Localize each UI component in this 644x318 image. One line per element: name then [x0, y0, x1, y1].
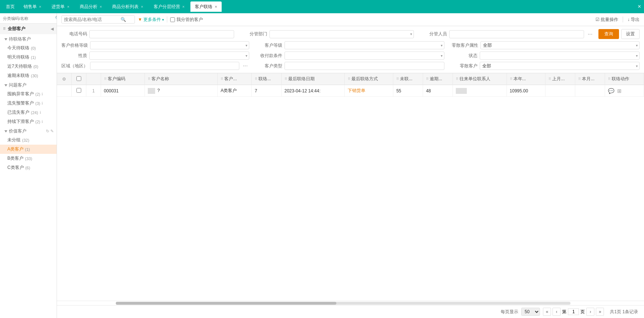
my-customer-checkbox[interactable]	[170, 17, 175, 22]
first-page-btn[interactable]: «	[543, 308, 551, 316]
settings-button[interactable]: 设置	[621, 29, 640, 39]
customer-level-select[interactable]	[285, 41, 444, 49]
nav-tab-sales[interactable]: 销售单 ×	[19, 1, 46, 12]
customer-level-select-wrapper: ▾	[285, 41, 444, 49]
nav-tab-customer-contact[interactable]: 客户联络 ×	[190, 1, 221, 12]
nav-tab-product-analysis[interactable]: 商品分析 ×	[75, 1, 106, 12]
col-no-contact[interactable]: ⠿未联...	[393, 73, 423, 85]
select-all-checkbox[interactable]	[76, 76, 81, 81]
col-action[interactable]: ⠿联络动作	[605, 73, 644, 85]
close-customer-segment-tab[interactable]: ×	[182, 4, 185, 9]
sidebar-item-stockpile-anomaly[interactable]: 囤购异常客户(2) ℹ	[0, 89, 57, 99]
row-this-month	[575, 85, 605, 97]
col-unit-contact[interactable]: ⠿往来单位联系人	[452, 73, 507, 85]
expand-problem-icon	[4, 84, 7, 86]
filter-row-1: 电话号码 分管部门 ▾ 分管人员 ···	[61, 29, 640, 39]
problem-customer-group[interactable]: 问题客户	[0, 80, 57, 89]
hscroll-bar[interactable]	[116, 302, 570, 305]
last-page-btn[interactable]: »	[596, 308, 604, 316]
col-name[interactable]: ⠿客户名称	[144, 73, 218, 85]
more-filter-btn[interactable]: ▼ 更多条件 ▾	[138, 17, 164, 23]
sidebar-item-ungrouped[interactable]: 未分组(32)	[0, 135, 57, 145]
value-customer-group[interactable]: 价值客户 ↻ ✎	[0, 126, 57, 135]
edit-icon[interactable]: ✎	[50, 129, 54, 134]
sidebar-item-churned[interactable]: 已流失客户(24) ℹ	[0, 108, 57, 117]
qr-icon[interactable]: ⊞	[617, 88, 622, 94]
collapse-all-icon[interactable]: ◀	[51, 27, 54, 31]
payment-terms-select[interactable]	[285, 52, 444, 60]
close-product-analysis-tab[interactable]: ×	[100, 4, 102, 9]
per-page-label: 每页显示	[501, 309, 518, 315]
row-checkbox[interactable]	[76, 88, 81, 93]
sparse-customer-select[interactable]: 全部	[480, 62, 640, 70]
sidebar-item-class-b[interactable]: B类客户(33)	[0, 154, 57, 163]
col-overdue[interactable]: ⠿逾期...	[423, 73, 452, 85]
nav-tab-customer-segment[interactable]: 客户分层经营 ×	[149, 1, 189, 12]
search-input[interactable]	[64, 17, 119, 22]
search-box: 🔍	[61, 15, 135, 24]
home-tab[interactable]: 首页	[3, 4, 18, 10]
all-customers-header[interactable]: ⠿ 全部客户 ◀	[0, 24, 57, 34]
row-name: ?	[144, 85, 218, 97]
col-settings[interactable]: ⚙	[57, 73, 72, 85]
col-last-method[interactable]: ⠿最后联络方式	[344, 73, 393, 85]
value-group-actions: ↻ ✎	[46, 129, 54, 134]
chat-icon[interactable]: 💬	[608, 88, 614, 94]
col-last-date[interactable]: ⠿最后联络日期	[281, 73, 344, 85]
close-purchase-tab[interactable]: ×	[67, 4, 69, 9]
close-all-btn[interactable]: ×	[638, 3, 641, 10]
region-more-btn[interactable]: ···	[242, 63, 249, 69]
sidebar-item-7days-contact[interactable]: 近7天待联络(0)	[0, 62, 57, 71]
price-level-select[interactable]	[90, 41, 249, 49]
sidebar-item-tomorrow-contact[interactable]: 明天待联络(1)	[0, 53, 57, 62]
sparse-attr-select[interactable]: 全部	[480, 41, 640, 49]
customer-type-input[interactable]	[285, 62, 444, 70]
my-customer-checkbox-label[interactable]: 我分管的客户	[170, 17, 203, 23]
nature-select[interactable]	[89, 52, 249, 60]
pending-contact-group[interactable]: 待联络客户	[0, 34, 57, 43]
refresh-icon[interactable]: ↻	[46, 129, 49, 134]
prev-page-btn[interactable]: ‹	[552, 308, 561, 316]
nav-tab-product-list[interactable]: 商品分析列表 ×	[108, 1, 147, 12]
top-nav: 首页 销售单 × 进货单 × 商品分析 × 商品分析列表 × 客户分层经营 × …	[0, 0, 644, 13]
current-page-input[interactable]	[568, 308, 579, 315]
filter-row-2: 客户价格等级 ▾ 客户等级 ▾ 零散客户属性	[61, 41, 640, 49]
close-product-list-tab[interactable]: ×	[141, 4, 143, 9]
person-label: 分管人员	[421, 31, 447, 37]
last-method-link[interactable]: 下销货单	[348, 88, 365, 93]
status-select[interactable]	[480, 52, 640, 60]
sidebar-item-class-a[interactable]: A类客户(1)	[0, 145, 57, 154]
row-last-method[interactable]: 下销货单	[344, 85, 393, 97]
sidebar-item-today-contact[interactable]: 今天待联络(0)	[0, 43, 57, 53]
region-input[interactable]	[90, 62, 239, 70]
search-icon[interactable]: 🔍	[121, 17, 126, 22]
person-input[interactable]	[449, 30, 584, 38]
sidebar-item-churn-warning[interactable]: 流失预警客户(3) ℹ	[0, 99, 57, 108]
per-page-select[interactable]: 50 100 200	[521, 308, 540, 316]
col-code[interactable]: ⠿客户编码	[101, 73, 144, 85]
batch-op-btn[interactable]: ☑ 批量操作	[595, 17, 618, 23]
export-btn[interactable]: ↓ 导出	[627, 17, 640, 23]
col-contact-count[interactable]: ⠿联络...	[251, 73, 281, 85]
col-type[interactable]: ⠿客户...	[218, 73, 252, 85]
phone-input[interactable]	[89, 30, 234, 38]
sidebar-item-overdue-contact[interactable]: 逾期未联络(30)	[0, 71, 57, 80]
table-scroll[interactable]: ⚙ ⠿客户编码 ⠿客户名称 ⠿	[57, 73, 644, 97]
hscroll-thumb[interactable]	[116, 302, 336, 305]
sidebar-search-input[interactable]	[3, 16, 54, 21]
next-page-btn[interactable]: ›	[586, 308, 594, 316]
close-sales-tab[interactable]: ×	[39, 4, 41, 9]
sidebar-search-area: 🔍	[0, 13, 57, 24]
nature-select-wrapper: ▾	[89, 52, 249, 60]
dept-select[interactable]	[269, 30, 414, 38]
person-more-btn[interactable]: ···	[586, 31, 594, 38]
row-last-month	[545, 85, 575, 97]
sidebar-item-class-c[interactable]: C类客户(6)	[0, 163, 57, 172]
col-this-month[interactable]: ⠿本月...	[575, 73, 605, 85]
query-button[interactable]: 查询	[598, 29, 619, 39]
col-this-year[interactable]: ⠿本年...	[507, 73, 545, 85]
nav-tab-purchase[interactable]: 进货单 ×	[47, 1, 74, 12]
col-last-month[interactable]: ⠿上月...	[545, 73, 575, 85]
close-customer-contact-tab[interactable]: ×	[215, 4, 217, 9]
sidebar-item-declining[interactable]: 持续下滑客户(2) ℹ	[0, 117, 57, 126]
